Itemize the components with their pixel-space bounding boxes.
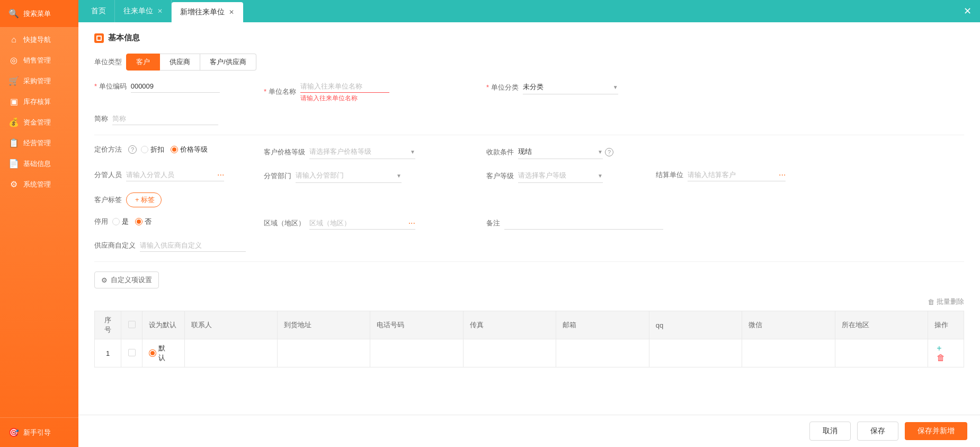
region-wrapper: ··· bbox=[309, 217, 415, 230]
area-input[interactable] bbox=[842, 349, 921, 357]
contact-input[interactable] bbox=[191, 349, 271, 357]
customer-tag-group: 客户标签 + 标签 bbox=[94, 192, 243, 207]
cell-email[interactable] bbox=[556, 339, 649, 367]
manager-input-wrapper: ··· bbox=[126, 169, 224, 181]
col-checkbox[interactable] bbox=[121, 311, 142, 339]
notes-group: 备注 bbox=[486, 217, 663, 230]
row-delete-btn[interactable]: 🗑 bbox=[937, 353, 945, 362]
col-phone: 电话号码 bbox=[370, 311, 463, 339]
pricing-level[interactable]: 价格等级 bbox=[171, 145, 208, 154]
sidebar-item-quick-nav[interactable]: ⌂ 快捷导航 bbox=[0, 30, 78, 50]
unit-category-label: 单位分类 bbox=[486, 83, 519, 92]
tab-new-partner[interactable]: 新增往来单位 ✕ bbox=[172, 2, 243, 22]
qq-input[interactable] bbox=[656, 349, 736, 357]
sidebar-item-label: 新手引导 bbox=[23, 428, 51, 437]
department-select[interactable]: 请输入分管部门 ▼ bbox=[296, 169, 402, 183]
phone-input[interactable] bbox=[377, 349, 456, 357]
cell-wechat[interactable] bbox=[742, 339, 835, 367]
settlement-unit-input[interactable] bbox=[688, 169, 777, 181]
unit-code-group: 单位编码 bbox=[94, 80, 243, 93]
col-email: 邮箱 bbox=[556, 311, 649, 339]
disabled-label: 停用 bbox=[94, 217, 108, 226]
pricing-level-label: 价格等级 bbox=[180, 145, 208, 154]
disabled-no-radio-inner bbox=[137, 220, 141, 224]
payment-terms-help-icon[interactable]: ? bbox=[605, 148, 613, 156]
manager-more-btn[interactable]: ··· bbox=[217, 170, 224, 180]
settlement-unit-wrapper: ··· bbox=[688, 169, 786, 181]
batch-delete-btn[interactable]: 🗑 批量删除 bbox=[928, 297, 964, 306]
unit-name-input[interactable] bbox=[300, 80, 389, 93]
customer-level-select[interactable]: 请选择客户等级 ▼ bbox=[518, 169, 603, 183]
row-checkbox[interactable] bbox=[128, 349, 136, 356]
short-name-input[interactable] bbox=[112, 112, 218, 125]
sidebar-search[interactable]: 🔍 搜索菜单 bbox=[0, 4, 78, 23]
cell-contact[interactable] bbox=[184, 339, 277, 367]
row-add-btn[interactable]: + bbox=[937, 344, 941, 353]
customer-price-level-placeholder: 请选择客户价格等级 bbox=[309, 147, 371, 156]
customer-tag-label: 客户标签 bbox=[94, 195, 122, 205]
pricing-discount[interactable]: 折扣 bbox=[141, 145, 164, 154]
type-btn-both[interactable]: 客户/供应商 bbox=[200, 54, 256, 71]
disabled-no-radio bbox=[135, 218, 142, 225]
unit-code-input[interactable] bbox=[131, 80, 220, 93]
notes-input[interactable] bbox=[504, 217, 663, 230]
region-input[interactable] bbox=[309, 217, 406, 229]
custom-settings-btn[interactable]: ⚙ 自定义项设置 bbox=[94, 271, 159, 288]
sidebar-item-sales[interactable]: ◎ 销售管理 bbox=[0, 50, 78, 71]
customer-price-level-select[interactable]: 请选择客户价格等级 ▼ bbox=[309, 145, 415, 159]
pricing-radio-group: 折扣 价格等级 bbox=[141, 145, 214, 154]
cell-phone[interactable] bbox=[370, 339, 463, 367]
tab-partners-label: 往来单位 bbox=[123, 6, 153, 16]
sidebar-item-basic-info[interactable]: 📄 基础信息 bbox=[0, 153, 78, 174]
fax-input[interactable] bbox=[470, 349, 549, 357]
customer-tag-row: 客户标签 + 标签 bbox=[94, 192, 964, 207]
payment-terms-select[interactable]: 现结 ▼ bbox=[518, 145, 603, 159]
department-label: 分管部门 bbox=[264, 171, 291, 181]
unit-category-select[interactable]: 未分类 ▼ bbox=[523, 80, 618, 94]
select-all-checkbox[interactable] bbox=[128, 321, 136, 328]
cell-fax[interactable] bbox=[463, 339, 556, 367]
sidebar-item-purchase[interactable]: 🛒 采购管理 bbox=[0, 71, 78, 91]
type-btn-supplier[interactable]: 供应商 bbox=[160, 54, 200, 71]
settlement-unit-more-btn[interactable]: ··· bbox=[779, 170, 786, 180]
email-input[interactable] bbox=[563, 349, 642, 357]
tab-home[interactable]: 首页 bbox=[83, 0, 115, 22]
save-button[interactable]: 保存 bbox=[857, 422, 898, 441]
customer-level-arrow: ▼ bbox=[598, 173, 603, 179]
cell-checkbox[interactable] bbox=[121, 339, 142, 367]
default-radio-inner bbox=[150, 351, 155, 355]
cell-area[interactable] bbox=[835, 339, 928, 367]
cell-address[interactable] bbox=[277, 339, 370, 367]
sidebar-item-new-guide[interactable]: 🎯 新手引导 bbox=[0, 423, 78, 442]
sidebar-item-inventory[interactable]: ▣ 库存核算 bbox=[0, 91, 78, 112]
wechat-input[interactable] bbox=[749, 349, 828, 357]
address-input[interactable] bbox=[284, 349, 363, 357]
purchase-icon: 🛒 bbox=[8, 76, 19, 86]
disabled-yes[interactable]: 是 bbox=[112, 217, 129, 226]
supplier-custom-group: 供应商自定义 bbox=[94, 239, 246, 252]
sidebar-item-system[interactable]: ⚙ 系统管理 bbox=[0, 174, 78, 195]
tab-bar-close-all[interactable]: ✕ bbox=[959, 5, 976, 17]
tab-partners[interactable]: 往来单位 ✕ bbox=[115, 0, 172, 22]
tab-new-partner-close[interactable]: ✕ bbox=[229, 8, 234, 16]
add-tag-btn[interactable]: + 标签 bbox=[126, 192, 162, 207]
tab-partners-close[interactable]: ✕ bbox=[157, 7, 163, 15]
sidebar-item-label: 系统管理 bbox=[23, 180, 51, 189]
pricing-method-group: 定价方法 ? 折扣 价格等级 bbox=[94, 145, 243, 154]
pricing-help-icon[interactable]: ? bbox=[128, 145, 137, 154]
inventory-icon: ▣ bbox=[8, 97, 19, 107]
manager-input[interactable] bbox=[126, 169, 215, 181]
sidebar-item-operations[interactable]: 📋 经营管理 bbox=[0, 133, 78, 153]
supplier-custom-input[interactable] bbox=[140, 239, 246, 252]
short-name-row: 简称 bbox=[94, 112, 964, 125]
save-new-button[interactable]: 保存并新增 bbox=[905, 422, 967, 440]
department-arrow: ▼ bbox=[396, 173, 402, 179]
sidebar-item-finance[interactable]: 💰 资金管理 bbox=[0, 112, 78, 133]
disabled-no[interactable]: 否 bbox=[135, 217, 152, 226]
cell-qq[interactable] bbox=[649, 339, 742, 367]
default-radio[interactable]: 默认 bbox=[149, 344, 172, 363]
type-btn-customer[interactable]: 客户 bbox=[126, 54, 160, 71]
region-more-btn[interactable]: ··· bbox=[408, 218, 415, 228]
cancel-button[interactable]: 取消 bbox=[809, 422, 851, 441]
unit-type-row: 单位类型 客户 供应商 客户/供应商 bbox=[94, 54, 964, 71]
